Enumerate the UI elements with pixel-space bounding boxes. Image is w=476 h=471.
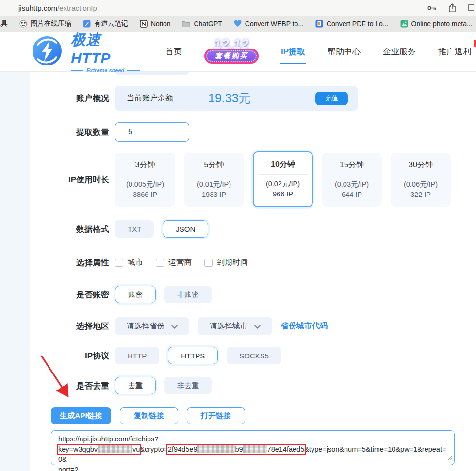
duration-option-5min[interactable]: 5分钟 (0.01元/IP) 1933 IP — [184, 153, 244, 207]
censored-crypto-icon — [197, 445, 235, 453]
bookmark-label: Convert PDF to Lo... — [327, 20, 389, 28]
generate-api-link-button[interactable]: 生成API链接 — [51, 407, 111, 424]
checkbox-icon — [156, 259, 164, 267]
checkbox-icon — [115, 259, 123, 267]
dedupe-option-no[interactable]: 非去重 — [164, 377, 212, 394]
api-crypto-p3: 78e14faed5 — [267, 445, 305, 453]
divider — [258, 174, 308, 175]
notion-icon — [140, 20, 148, 28]
province-city-code-link[interactable]: 省份城市代码 — [281, 321, 328, 331]
api-crypto-p2: b9 — [235, 445, 243, 453]
bookmark-youdao-note[interactable]: 有道云笔记 — [83, 19, 128, 28]
photo-meta-icon — [400, 20, 408, 28]
nav-item-help-center[interactable]: 帮助中心 — [328, 46, 361, 57]
bookmark-photo-meta[interactable]: Online photo meta... — [400, 20, 473, 28]
bookmark-convert-webp[interactable]: Convert WEBP to... — [234, 20, 304, 28]
balance-value: 19.33元 — [208, 90, 251, 106]
protocol-option-https[interactable]: HTTPS — [168, 347, 218, 364]
bookmarks-bar: 加密工具 图片在线压缩 有道云笔记 Notion ChatGPT Convert… — [0, 16, 476, 32]
province-select[interactable]: 请选择省份 — [115, 317, 189, 335]
city-placeholder: 请选择城市 — [210, 321, 247, 331]
logo-title: 极速HTTP — [71, 30, 140, 66]
browser-url-bar: jisuhttp.com/extractionIp — [0, 0, 476, 16]
attributes-row: 选择属性 城市 运营商 到期时间 — [30, 257, 476, 268]
bookmark-notion[interactable]: Notion — [140, 20, 170, 28]
api-key-suffix: vu — [132, 445, 140, 453]
open-link-button[interactable]: 打开链接 — [187, 407, 245, 424]
dedupe-option-yes[interactable]: 去重 — [115, 377, 156, 394]
copy-link-button[interactable]: 复制链接 — [120, 407, 178, 424]
dedupe-label: 是否去重 — [30, 380, 109, 391]
resize-handle-icon[interactable] — [448, 453, 453, 463]
format-label: 数据格式 — [30, 224, 109, 235]
folder-icon — [182, 20, 190, 27]
duration-option-3min[interactable]: 3分钟 (0.005元/IP) 3866 IP — [115, 153, 175, 207]
auth-option-password[interactable]: 账密 — [115, 286, 156, 303]
account-row: 账户概况 当前账户余额 19.33元 充值 — [30, 86, 476, 111]
duration-title: 3分钟 — [135, 160, 155, 175]
bookmark-encrypt-tool[interactable]: 加密工具 — [0, 19, 8, 28]
protocol-option-http[interactable]: HTTP — [115, 347, 159, 364]
dedupe-row: 是否去重 去重 非去重 — [30, 377, 476, 394]
partial-scrolled-element — [115, 72, 189, 75]
city-select[interactable]: 请选择城市 — [198, 317, 272, 335]
nav-item-enterprise[interactable]: 企业服务 — [383, 46, 416, 57]
nav-item-referral[interactable]: 推广返利 — [438, 46, 471, 57]
checkbox-city[interactable]: 城市 — [115, 258, 143, 268]
api-crypto-annotation-box: 2f94d5e9b978e14faed5 — [168, 445, 304, 453]
divider — [327, 175, 377, 175]
balance-label: 当前账户余额 — [127, 93, 173, 103]
actions-row: 生成API链接 复制链接 打开链接 — [30, 407, 476, 424]
duration-price: (0.06元/IP) — [404, 179, 438, 190]
duration-count: 1933 IP — [202, 190, 226, 200]
checkbox-expire-time[interactable]: 到期时间 — [204, 258, 248, 268]
partial-browser-icon[interactable] — [468, 4, 474, 12]
duration-price: (0.01元/IP) — [197, 179, 231, 190]
auth-option-no-password[interactable]: 非账密 — [164, 286, 212, 303]
bookmark-image-compress[interactable]: 图片在线压缩 — [19, 19, 71, 28]
api-url-port: port=2 — [58, 466, 79, 471]
image-compress-icon — [19, 20, 27, 28]
duration-count: 966 IP — [273, 189, 293, 199]
checkbox-label: 到期时间 — [217, 258, 248, 268]
region-label: 选择地区 — [30, 321, 109, 332]
lightning-logo-icon — [31, 35, 63, 69]
checkbox-isp[interactable]: 运营商 — [156, 258, 192, 268]
attributes-label: 选择属性 — [30, 257, 109, 268]
site-logo[interactable]: 极速HTTP Extreme speed — [31, 30, 140, 73]
chevron-down-icon — [254, 322, 261, 331]
nav-item-home[interactable]: 首页 — [165, 46, 182, 57]
url-path[interactable]: /extractionIp — [57, 4, 97, 12]
quantity-input[interactable] — [115, 122, 189, 142]
format-option-txt[interactable]: TXT — [115, 220, 154, 238]
bookmark-label: Online photo meta... — [411, 20, 473, 28]
format-option-json[interactable]: JSON — [163, 220, 208, 238]
recharge-button[interactable]: 充值 — [315, 92, 348, 105]
extraction-form-card: 账户概况 当前账户余额 19.33元 充值 提取数量 IP使用时长 3分钟 (0… — [30, 72, 476, 471]
protocol-label: IP协议 — [30, 350, 109, 361]
api-url-base: https://api.jisuhttp.com/fetchips? — [58, 435, 158, 443]
url-host[interactable]: jisuhttp.com — [18, 4, 57, 12]
auth-label: 是否账密 — [30, 289, 109, 300]
bookmark-chatgpt[interactable]: ChatGPT — [182, 20, 222, 28]
duration-option-15min[interactable]: 15分钟 (0.03元/IP) 644 IP — [322, 153, 382, 207]
duration-count: 322 IP — [410, 190, 431, 200]
promo-banner-1212[interactable]: 12.12 套餐购买 — [204, 37, 259, 64]
password-key-icon[interactable] — [427, 5, 437, 11]
duration-price: (0.03元/IP) — [335, 179, 369, 190]
region-row: 选择地区 请选择省份 请选择城市 省份城市代码 — [30, 317, 476, 335]
checkbox-label: 运营商 — [168, 258, 192, 268]
duration-option-30min[interactable]: 30分钟 (0.06元/IP) 322 IP — [391, 153, 451, 207]
duration-option-10min[interactable]: 10分钟 (0.02元/IP) 966 IP — [253, 151, 313, 207]
nav-item-ip-extract[interactable]: IP提取 — [281, 46, 305, 57]
bookmark-convert-pdf[interactable]: Convert PDF to Lo... — [315, 20, 389, 28]
youdao-note-icon — [83, 20, 91, 28]
share-icon[interactable] — [448, 3, 456, 13]
auth-row: 是否账密 账密 非账密 — [30, 286, 476, 303]
api-crypto-p1: 2f94d5e9 — [168, 445, 197, 453]
api-key-annotation-box: key=w3qgbvvu — [58, 445, 140, 453]
api-url-textarea[interactable]: https://api.jisuhttp.com/fetchips? key=w… — [51, 430, 455, 465]
checkbox-icon — [204, 259, 213, 267]
site-header: 极速HTTP Extreme speed 首页 12.12 套餐购买 IP提取 … — [0, 32, 476, 72]
protocol-option-socks5[interactable]: SOCKS5 — [227, 347, 281, 364]
